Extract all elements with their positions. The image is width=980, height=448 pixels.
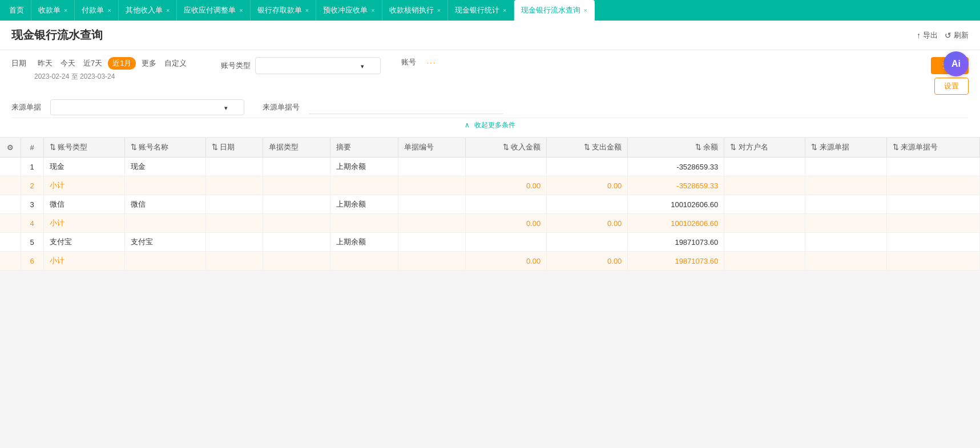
nav-other-income-label: 其他收入单 xyxy=(126,5,163,15)
nav-bank-deposit[interactable]: 银行存取款单 × xyxy=(251,0,316,21)
cell-account-name xyxy=(124,252,205,271)
date-option-more[interactable]: 更多 xyxy=(139,57,159,70)
source-doc-no-input[interactable] xyxy=(309,100,503,114)
cell-income: 0.00 xyxy=(466,176,547,195)
nav-prepay[interactable]: 预收冲应收单 × xyxy=(316,0,382,21)
cell-income xyxy=(466,233,547,252)
cell-doc-no xyxy=(398,195,465,214)
cell-source-doc-no xyxy=(886,233,979,252)
refresh-button[interactable]: ↺ 刷新 xyxy=(945,30,969,41)
col-settings[interactable]: ⚙ xyxy=(0,138,21,158)
filter-area: 日期 昨天 今天 近7天 近1月 更多 自定义 2023-02-24 至 202… xyxy=(0,50,980,138)
nav-other-income[interactable]: 其他收入单 × xyxy=(119,0,177,21)
collapse-filter-bar[interactable]: ∧ 收起更多条件 xyxy=(11,118,969,132)
cell-source-doc xyxy=(805,214,886,233)
col-income[interactable]: ⇅ 收入金额 xyxy=(466,138,547,158)
col-source-doc-no[interactable]: ⇅ 来源单据号 xyxy=(886,138,979,158)
cell-no: 3 xyxy=(21,195,43,214)
table-row: 4小计0.000.00100102606.60 xyxy=(0,214,980,233)
nav-bank-deposit-close[interactable]: × xyxy=(305,7,309,14)
nav-home[interactable]: 首页 xyxy=(2,0,31,21)
nav-cash-flow-label: 现金银行流水查询 xyxy=(521,5,580,15)
cell-counterparty xyxy=(724,158,805,176)
nav-adjustment[interactable]: 应收应付调整单 × xyxy=(177,0,250,21)
cell-source-doc-no xyxy=(886,252,979,271)
cell-balance: -3528659.33 xyxy=(628,176,724,195)
account-type-select[interactable] xyxy=(255,57,381,74)
nav-prepay-close[interactable]: × xyxy=(371,7,374,14)
source-doc-label: 来源单据 xyxy=(11,102,41,112)
ai-assistant-button[interactable]: Ai xyxy=(943,51,969,76)
cell-source-doc xyxy=(805,252,886,271)
cell-account-type: 现金 xyxy=(43,158,124,176)
table-row: 6小计0.000.0019871073.60 xyxy=(0,252,980,271)
date-option-1month[interactable]: 近1月 xyxy=(108,57,136,70)
cell-doc-no xyxy=(398,233,465,252)
cell-doc-type xyxy=(263,233,330,252)
cell-date xyxy=(205,158,263,176)
export-button[interactable]: ↑ 导出 xyxy=(917,30,938,41)
nav-verify[interactable]: 收款核销执行 × xyxy=(382,0,448,21)
nav-cash-flow[interactable]: 现金银行流水查询 × xyxy=(514,0,595,21)
export-label: 导出 xyxy=(923,30,938,41)
cell-income xyxy=(466,195,547,214)
cell-doc-type xyxy=(263,252,330,271)
nav-other-income-close[interactable]: × xyxy=(166,7,170,14)
cell-account-name: 现金 xyxy=(124,158,205,176)
cell-account-name: 支付宝 xyxy=(124,233,205,252)
cell-balance: 100102606.60 xyxy=(628,195,724,214)
cell-counterparty xyxy=(724,252,805,271)
nav-receipt[interactable]: 收款单 × xyxy=(31,0,75,21)
cell-summary: 上期余额 xyxy=(330,233,398,252)
table-row: 5支付宝支付宝上期余额19871073.60 xyxy=(0,233,980,252)
nav-cash-flow-close[interactable]: × xyxy=(584,7,587,14)
cell-no: 1 xyxy=(21,158,43,176)
nav-verify-close[interactable]: × xyxy=(437,7,441,14)
nav-receipt-label: 收款单 xyxy=(38,5,61,15)
cell-date xyxy=(205,214,263,233)
cell-summary xyxy=(330,176,398,195)
nav-payment-close[interactable]: × xyxy=(107,7,111,14)
cell-no: 6 xyxy=(21,252,43,271)
table-row: 2小计0.000.00-3528659.33 xyxy=(0,176,980,195)
top-navigation: 首页 收款单 × 付款单 × 其他收入单 × 应收应付调整单 × 银行存取款单 … xyxy=(0,0,980,21)
col-expense[interactable]: ⇅ 支出金额 xyxy=(547,138,628,158)
col-account-type[interactable]: ⇅ 账号类型 xyxy=(43,138,124,158)
cell-gear xyxy=(0,233,21,252)
page-header: 现金银行流水查询 ↑ 导出 ↺ 刷新 xyxy=(0,21,980,50)
cell-account-type: 支付宝 xyxy=(43,233,124,252)
col-date[interactable]: ⇅ 日期 xyxy=(205,138,263,158)
refresh-icon: ↺ xyxy=(945,31,951,40)
refresh-label: 刷新 xyxy=(954,30,969,41)
source-doc-select[interactable] xyxy=(50,99,244,115)
cell-doc-type xyxy=(263,214,330,233)
cell-balance: -3528659.33 xyxy=(628,158,724,176)
cell-date xyxy=(205,176,263,195)
nav-payment[interactable]: 付款单 × xyxy=(75,0,118,21)
col-counterparty[interactable]: ⇅ 对方户名 xyxy=(724,138,805,158)
cell-doc-no xyxy=(398,158,465,176)
nav-cash-stats[interactable]: 现金银行统计 × xyxy=(448,0,514,21)
cell-doc-type xyxy=(263,176,330,195)
account-ellipsis[interactable]: ··· xyxy=(426,58,436,67)
source-doc-chevron xyxy=(224,103,228,112)
col-balance[interactable]: ⇅ 余额 xyxy=(628,138,724,158)
nav-cash-stats-close[interactable]: × xyxy=(503,7,506,14)
nav-adjustment-close[interactable]: × xyxy=(239,7,243,14)
collapse-label: 收起更多条件 xyxy=(474,121,515,129)
date-option-today[interactable]: 今天 xyxy=(58,57,78,70)
cell-summary xyxy=(330,252,398,271)
cell-gear xyxy=(0,214,21,233)
collapse-up-icon: ∧ xyxy=(465,121,470,129)
date-option-7days[interactable]: 近7天 xyxy=(81,57,104,70)
date-range-display: 2023-02-24 至 2023-03-24 xyxy=(34,72,115,80)
cell-doc-no xyxy=(398,252,465,271)
nav-home-label: 首页 xyxy=(9,5,24,15)
date-option-custom[interactable]: 自定义 xyxy=(162,57,189,70)
col-source-doc[interactable]: ⇅ 来源单据 xyxy=(805,138,886,158)
nav-receipt-close[interactable]: × xyxy=(64,7,67,14)
date-option-yesterday[interactable]: 昨天 xyxy=(35,57,55,70)
col-account-name[interactable]: ⇅ 账号名称 xyxy=(124,138,205,158)
cell-account-name xyxy=(124,214,205,233)
settings-button[interactable]: 设置 xyxy=(934,78,969,95)
